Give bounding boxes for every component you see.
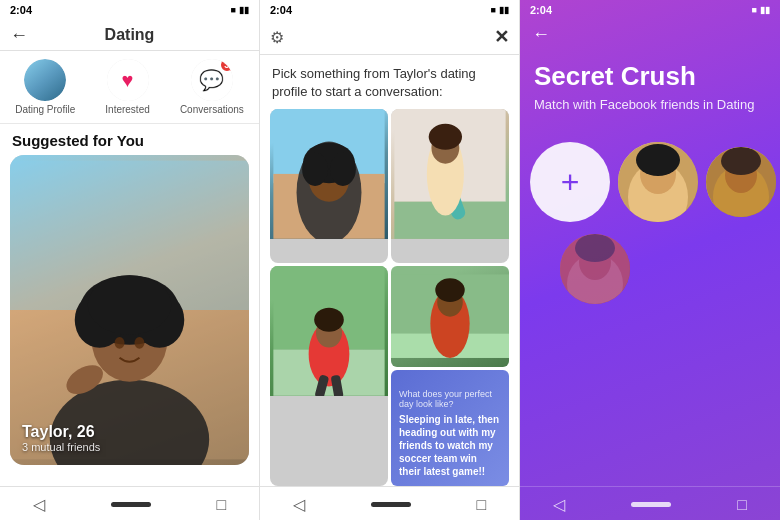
svg-point-9 xyxy=(134,337,144,349)
photo-cell-3[interactable] xyxy=(270,266,388,486)
profile-mutual: 3 mutual friends xyxy=(22,441,100,453)
panel1-header: ← Dating xyxy=(0,20,259,51)
nav-icons-row: Dating Profile ♥ Interested 💬 3 Conversa… xyxy=(0,51,259,124)
svg-point-17 xyxy=(330,153,356,186)
conversation-prompt: Pick something from Taylor's dating prof… xyxy=(260,55,519,109)
bottom-nav-2: ◁ □ xyxy=(260,486,519,520)
answer-text: Sleeping in late, then heading out with … xyxy=(399,413,501,478)
status-bar-1: 2:04 ■ ▮▮ xyxy=(0,0,259,20)
secret-crush-title: Secret Crush xyxy=(534,61,766,92)
crush-bubbles-row1: + xyxy=(520,142,780,222)
home-indicator-2[interactable] xyxy=(371,502,411,507)
svg-point-8 xyxy=(115,337,125,349)
crush-person-3[interactable] xyxy=(560,234,630,304)
status-time-3: 2:04 xyxy=(530,4,552,16)
photo-3-person xyxy=(270,266,388,396)
back-button-3[interactable]: ← xyxy=(532,24,550,45)
svg-point-39 xyxy=(636,144,680,176)
interested-label: Interested xyxy=(105,104,149,115)
back-button-1[interactable]: ← xyxy=(10,25,28,46)
bottom-nav-1: ◁ □ xyxy=(0,486,259,520)
dating-profile-icon-circle xyxy=(24,59,66,101)
svg-point-23 xyxy=(429,124,462,150)
crush-person-3-img xyxy=(560,234,630,304)
close-button[interactable]: ✕ xyxy=(494,26,509,48)
add-crush-button[interactable]: + xyxy=(530,142,610,222)
square-nav-icon-1[interactable]: □ xyxy=(216,496,226,514)
panel2-header: ⚙ ✕ xyxy=(260,20,519,55)
battery-icon-3: ■ xyxy=(752,5,757,15)
person-illustration xyxy=(10,155,249,465)
photo-cell-4b[interactable]: What does your perfect day look like? Sl… xyxy=(391,370,509,486)
nav-dating-profile[interactable]: Dating Profile xyxy=(15,59,75,115)
heart-icon: ♥ xyxy=(107,59,149,101)
panel-secret-crush: 2:04 ■ ▮▮ ← Secret Crush Match with Face… xyxy=(520,0,780,520)
profile-info: Taylor, 26 3 mutual friends xyxy=(22,423,100,453)
status-time-1: 2:04 xyxy=(10,4,32,16)
svg-point-43 xyxy=(721,147,761,175)
crush-person-1[interactable] xyxy=(618,142,698,222)
crush-person-1-img xyxy=(618,142,698,222)
photo-cell-4-container: What does your perfect day look like? Sl… xyxy=(391,266,509,486)
svg-point-7 xyxy=(88,275,172,335)
nav-interested[interactable]: ♥ Interested xyxy=(98,59,158,115)
svg-point-47 xyxy=(575,234,615,262)
back-nav-icon-1[interactable]: ◁ xyxy=(33,495,45,514)
back-nav-icon-2[interactable]: ◁ xyxy=(293,495,305,514)
status-time-2: 2:04 xyxy=(270,4,292,16)
photo-2-bg xyxy=(391,109,509,239)
back-nav-icon-3[interactable]: ◁ xyxy=(553,495,565,514)
battery-icon-2: ■ xyxy=(491,5,496,15)
signal-icon-2: ▮▮ xyxy=(499,5,509,15)
status-icons-3: ■ ▮▮ xyxy=(752,5,770,15)
svg-point-35 xyxy=(435,279,465,303)
conversations-icon-circle: 💬 3 xyxy=(191,59,233,101)
status-icons-1: ■ ▮▮ xyxy=(231,5,249,15)
filter-icon[interactable]: ⚙ xyxy=(270,28,284,47)
section-title: Suggested for You xyxy=(0,124,259,155)
photo-1-bg xyxy=(270,109,388,239)
photo-grid: What does your perfect day look like? Sl… xyxy=(260,109,519,486)
plus-icon: + xyxy=(561,164,580,201)
square-nav-icon-2[interactable]: □ xyxy=(476,496,486,514)
photo-4a-person xyxy=(391,266,509,366)
bottom-nav-3: ◁ □ xyxy=(520,486,780,520)
status-bar-2: 2:04 ■ ▮▮ xyxy=(260,0,519,20)
profile-card[interactable]: Taylor, 26 3 mutual friends xyxy=(10,155,249,465)
conversations-label: Conversations xyxy=(180,104,244,115)
dating-profile-label: Dating Profile xyxy=(15,104,75,115)
battery-icon: ■ xyxy=(231,5,236,15)
home-indicator-1[interactable] xyxy=(111,502,151,507)
panel-dating-home: 2:04 ■ ▮▮ ← Dating Dating Profile ♥ Inte… xyxy=(0,0,260,520)
crush-person-2[interactable] xyxy=(706,147,776,217)
crush-person-2-img xyxy=(706,147,776,217)
panel-conversation-starter: 2:04 ■ ▮▮ ⚙ ✕ Pick something from Taylor… xyxy=(260,0,520,520)
home-indicator-3[interactable] xyxy=(631,502,671,507)
question-text: What does your perfect day look like? xyxy=(399,389,501,409)
profile-name-age: Taylor, 26 xyxy=(22,423,100,441)
nav-conversations[interactable]: 💬 3 Conversations xyxy=(180,59,244,115)
interested-icon-circle: ♥ xyxy=(107,59,149,101)
signal-icon: ▮▮ xyxy=(239,5,249,15)
photo-cell-2[interactable] xyxy=(391,109,509,263)
profile-avatar xyxy=(24,59,66,101)
status-icons-2: ■ ▮▮ xyxy=(491,5,509,15)
panel1-title: Dating xyxy=(105,26,155,44)
photo-1-person xyxy=(270,109,388,239)
photo-2-person xyxy=(391,109,509,239)
photo-3-bg xyxy=(270,266,388,396)
status-bar-3: 2:04 ■ ▮▮ xyxy=(520,0,780,20)
secret-crush-content: Secret Crush Match with Facebook friends… xyxy=(520,53,780,142)
svg-point-16 xyxy=(302,153,328,186)
photo-cell-1[interactable] xyxy=(270,109,388,263)
panel3-header: ← xyxy=(520,20,780,53)
conversations-badge: 3 xyxy=(219,59,233,73)
square-nav-icon-3[interactable]: □ xyxy=(737,496,747,514)
svg-point-28 xyxy=(314,308,344,332)
crush-bubbles-row2 xyxy=(520,234,780,304)
photo-cell-4a[interactable] xyxy=(391,266,509,366)
signal-icon-3: ▮▮ xyxy=(760,5,770,15)
secret-crush-subtitle: Match with Facebook friends in Dating xyxy=(534,96,766,114)
